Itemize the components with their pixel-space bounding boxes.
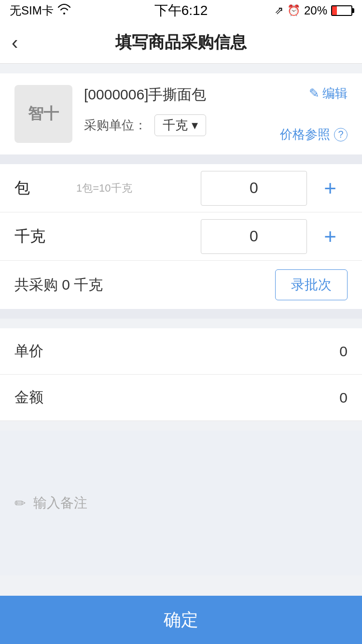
price-value: 0 bbox=[339, 343, 348, 360]
pack-label: 包 bbox=[14, 178, 72, 199]
edit-button[interactable]: ✎ 编辑 bbox=[309, 85, 348, 102]
chevron-down-icon: ▾ bbox=[192, 118, 198, 133]
notes-section[interactable]: ✏ 输入备注 bbox=[0, 431, 362, 575]
summary-row: 共采购 0 千克 录批次 bbox=[0, 261, 362, 309]
product-name: [0000006]手撕面包 bbox=[84, 85, 348, 105]
status-left: 无SIM卡 bbox=[10, 3, 71, 18]
nav-bar: ‹ 填写商品采购信息 bbox=[0, 21, 362, 64]
pencil-icon: ✏ bbox=[14, 495, 26, 511]
product-image: 智十 bbox=[14, 85, 72, 143]
amount-row: 金额 0 bbox=[0, 375, 362, 421]
price-row: 单价 0 bbox=[0, 328, 362, 375]
page-title: 填写商品采购信息 bbox=[115, 31, 247, 54]
unit-select[interactable]: 千克 ▾ bbox=[154, 114, 206, 136]
unit-label: 采购单位： bbox=[84, 117, 147, 134]
input-section: 包 1包=10千克 0 + 千克 0 + bbox=[0, 164, 362, 261]
edit-icon: ✎ bbox=[309, 86, 320, 101]
location-icon: ⇗ bbox=[275, 4, 283, 17]
alarm-icon: ⏰ bbox=[287, 4, 300, 17]
amount-value: 0 bbox=[339, 390, 348, 406]
status-bar: 无SIM卡 下午6:12 ⇗ ⏰ 20% bbox=[0, 0, 362, 21]
status-right: ⇗ ⏰ 20% bbox=[275, 4, 352, 17]
battery-icon bbox=[331, 5, 352, 16]
status-time: 下午6:12 bbox=[154, 1, 208, 20]
price-ref-button[interactable]: 价格参照 ? bbox=[280, 126, 348, 143]
pack-plus-button[interactable]: + bbox=[313, 171, 348, 206]
divider-2 bbox=[0, 309, 362, 319]
product-logo: 智十 bbox=[28, 103, 59, 125]
pack-qty-input[interactable]: 0 bbox=[201, 171, 307, 206]
amount-label: 金额 bbox=[14, 388, 43, 407]
price-label: 单价 bbox=[14, 341, 43, 361]
product-card: 智十 [0000006]手撕面包 采购单位： 千克 ▾ ✎ 编辑 价格参照 ? bbox=[0, 73, 362, 154]
back-button[interactable]: ‹ bbox=[12, 33, 18, 52]
batch-button[interactable]: 录批次 bbox=[275, 269, 348, 300]
divider-1 bbox=[0, 154, 362, 164]
carrier-text: 无SIM卡 bbox=[10, 3, 54, 18]
wifi-icon bbox=[57, 4, 71, 17]
summary-text: 共采购 0 千克 bbox=[14, 275, 103, 295]
kg-plus-button[interactable]: + bbox=[313, 219, 348, 254]
confirm-button[interactable]: 确定 bbox=[0, 596, 362, 644]
pack-sublabel: 1包=10千克 bbox=[76, 181, 132, 196]
battery-percent: 20% bbox=[304, 4, 327, 17]
notes-placeholder: 输入备注 bbox=[33, 494, 87, 512]
kg-qty-input[interactable]: 0 bbox=[201, 219, 307, 254]
kg-label: 千克 bbox=[14, 226, 72, 247]
info-section: 单价 0 金额 0 bbox=[0, 328, 362, 421]
pack-input-row: 包 1包=10千克 0 + bbox=[0, 164, 362, 212]
info-icon: ? bbox=[334, 128, 348, 141]
kg-input-row: 千克 0 + bbox=[0, 212, 362, 261]
